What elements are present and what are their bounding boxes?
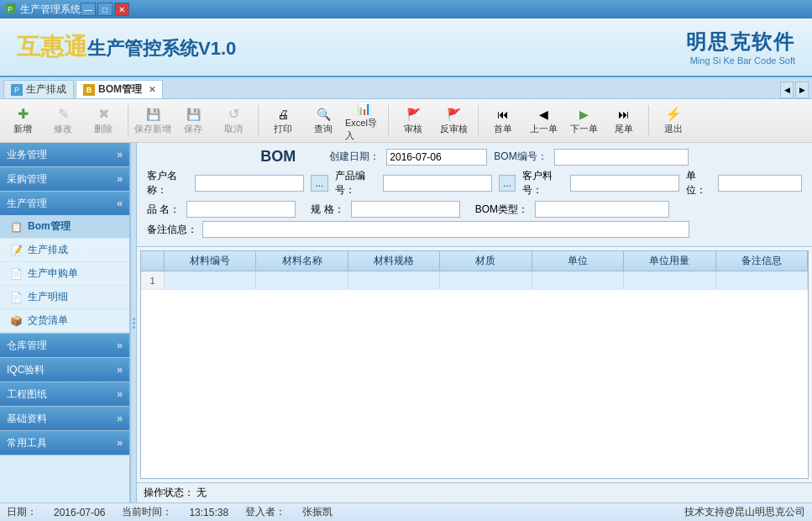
unaudit-button[interactable]: 反审核	[434, 102, 473, 140]
grid-cell-remarks-1[interactable]	[716, 271, 808, 289]
sidebar-item-detail[interactable]: 📄 生产明细	[0, 286, 129, 309]
sidebar-item-delivery[interactable]: 📦 交货清单	[0, 309, 129, 333]
tab-bom-close[interactable]: ✕	[149, 85, 155, 94]
sep-3	[388, 105, 389, 137]
close-button[interactable]: ✕	[114, 3, 129, 16]
remarks-input[interactable]	[202, 221, 689, 238]
print-label: 打印	[274, 123, 292, 135]
sidebar-purchase-arrow: »	[117, 173, 123, 185]
prev-label: 上一单	[530, 123, 558, 135]
grid-cell-name-1[interactable]	[256, 271, 348, 289]
resize-handle[interactable]	[130, 143, 137, 503]
content-panel: BOM 创建日期： BOM编号： 客户名称： … 产品编号： … 客户料号： 单…	[137, 143, 812, 503]
sidebar-header-purchase[interactable]: 采购管理 »	[0, 167, 129, 191]
detail-item-icon: 📄	[10, 292, 23, 303]
save-button[interactable]: 保存	[174, 102, 212, 140]
product-name-label: 品 名：	[147, 203, 180, 217]
create-date-input[interactable]	[386, 149, 487, 166]
remarks-label: 备注信息：	[147, 223, 197, 237]
title-bar-title: 生产管理系统	[20, 3, 81, 17]
status-bar: 日期： 2016-07-06 当前时间： 13:15:38 登入者： 张振凯 技…	[0, 503, 812, 521]
cancel-icon	[228, 106, 239, 121]
user-value: 张振凯	[302, 505, 333, 519]
grid-col-qty: 单位用量	[624, 251, 715, 271]
sidebar-header-business[interactable]: 业务管理 »	[0, 143, 129, 166]
sidebar-tools-label: 常用工具	[7, 436, 47, 450]
prev-button[interactable]: 上一单	[524, 102, 563, 140]
tab-arrows: ◀ ▶	[780, 82, 809, 98]
new-button[interactable]: 新增	[3, 102, 42, 140]
tab-bom[interactable]: B BOM管理 ✕	[76, 80, 163, 98]
sidebar-item-purchase-order[interactable]: 📄 生产申购单	[0, 262, 129, 286]
grid-cell-material-1[interactable]	[440, 271, 532, 289]
grid-cell-rownum-1: 1	[141, 271, 165, 289]
bom-form-title: BOM	[260, 148, 296, 166]
form-row-remarks: 备注信息：	[147, 221, 802, 238]
exit-button[interactable]: 退出	[654, 102, 693, 140]
maximize-button[interactable]: □	[97, 3, 113, 16]
bom-type-input[interactable]	[535, 201, 669, 218]
delete-icon	[98, 106, 109, 121]
schedule-item-label: 生产排成	[28, 243, 68, 257]
delivery-item-label: 交货清单	[28, 313, 68, 328]
savenew-label: 保存新增	[134, 123, 171, 135]
customer-name-btn[interactable]: …	[311, 175, 327, 192]
sidebar-header-iqc[interactable]: IQC验料 »	[0, 358, 129, 382]
last-button[interactable]: 尾单	[605, 102, 643, 140]
grid-cell-unit-1[interactable]	[532, 271, 624, 289]
sidebar-business-label: 业务管理	[7, 148, 47, 162]
spec-input[interactable]	[351, 201, 460, 218]
customer-code-input[interactable]	[570, 175, 679, 192]
unit-input[interactable]	[718, 175, 802, 192]
sidebar-section-purchase: 采购管理 »	[0, 167, 129, 192]
last-icon	[618, 106, 630, 121]
search-button[interactable]: 查询	[304, 102, 343, 140]
audit-label: 审核	[404, 123, 422, 135]
tab-prod[interactable]: P 生产排成	[3, 80, 74, 98]
minimize-button[interactable]: —	[81, 3, 96, 16]
search-icon	[317, 106, 331, 121]
tab-prev-arrow[interactable]: ◀	[780, 82, 794, 98]
product-no-btn[interactable]: …	[499, 175, 516, 192]
tab-next-arrow[interactable]: ▶	[795, 82, 809, 98]
grid-cell-no-1[interactable]	[165, 271, 256, 289]
new-icon	[18, 106, 29, 121]
grid-cell-spec-1[interactable]	[348, 271, 440, 289]
sidebar-item-schedule[interactable]: 📝 生产排成	[0, 239, 129, 262]
sidebar-header-tools[interactable]: 常用工具 »	[0, 431, 129, 455]
cancel-button[interactable]: 取消	[214, 102, 253, 140]
grid-col-rownum	[141, 251, 165, 271]
next-button[interactable]: 下一单	[564, 102, 603, 140]
unit-label: 单位：	[686, 169, 711, 197]
grid-cell-qty-1[interactable]	[624, 271, 715, 289]
sidebar-header-drawings[interactable]: 工程图纸 »	[0, 382, 129, 406]
table-row[interactable]: 1	[141, 271, 808, 290]
product-no-input[interactable]	[383, 175, 492, 192]
sidebar-header-production[interactable]: 生产管理 «	[0, 192, 129, 215]
edit-label: 修改	[54, 123, 72, 135]
header-banner: 互惠通生产管控系统V1.0 明思克软件 Ming Si Ke Bar Code …	[0, 18, 812, 77]
sidebar-header-basic[interactable]: 基础资料 »	[0, 407, 129, 430]
sidebar-tools-arrow: »	[117, 437, 123, 449]
grid-body: 1	[141, 271, 808, 478]
form-row-2: 品 名： 规 格： BOM类型：	[147, 201, 802, 218]
product-name-input[interactable]	[186, 201, 296, 218]
edit-button[interactable]: 修改	[44, 102, 82, 140]
unaudit-icon	[447, 106, 461, 121]
sep-5	[648, 105, 649, 137]
sidebar-section-warehouse: 仓库管理 »	[0, 334, 129, 358]
excel-button[interactable]: Excel导入	[344, 102, 383, 140]
first-button[interactable]: 首单	[484, 102, 522, 140]
sidebar-header-warehouse[interactable]: 仓库管理 »	[0, 334, 129, 357]
sidebar-basic-label: 基础资料	[7, 412, 47, 426]
bom-tab-icon: B	[83, 84, 95, 96]
sep-1	[128, 105, 128, 137]
audit-button[interactable]: 审核	[394, 102, 432, 140]
delete-button[interactable]: 删除	[84, 102, 123, 140]
sidebar-section-production: 生产管理 « 📋 Bom管理 📝 生产排成 📄 生产申购单 📄 生产明细 📦	[0, 192, 129, 334]
customer-name-input[interactable]	[195, 175, 304, 192]
sidebar-item-bom[interactable]: 📋 Bom管理	[0, 215, 129, 239]
savenew-button[interactable]: 保存新增	[134, 102, 172, 140]
bom-no-input[interactable]	[554, 149, 689, 166]
print-button[interactable]: 打印	[264, 102, 302, 140]
